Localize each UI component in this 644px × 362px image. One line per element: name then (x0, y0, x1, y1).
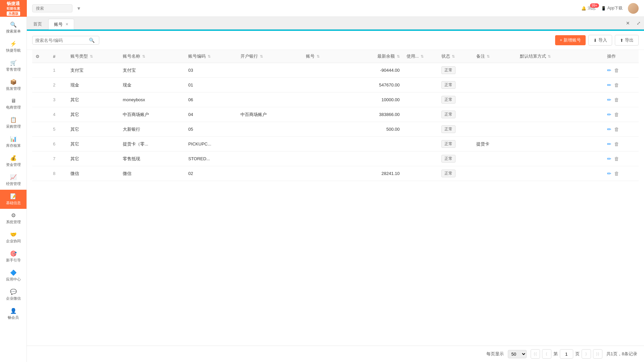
sidebar-item-ecommerce[interactable]: 🖥电商管理 (0, 95, 26, 113)
col-use-header[interactable]: 使用... ⇅ (403, 50, 438, 63)
sidebar-item-member[interactable]: 👤畅会员 (0, 304, 26, 323)
delete-icon[interactable]: 🗑 (614, 156, 619, 162)
cell-account (303, 122, 346, 137)
sidebar-item-basic[interactable]: 📝基础信息 (0, 190, 26, 209)
search-input[interactable] (35, 38, 89, 43)
next-page-button[interactable]: ⟩ (582, 349, 591, 359)
delete-icon[interactable]: 🗑 (614, 112, 619, 117)
edit-icon[interactable]: ✏ (607, 171, 611, 177)
user-avatar[interactable] (628, 3, 639, 14)
breadcrumb-search-input[interactable] (32, 4, 72, 12)
cell-name: 现金 (119, 78, 185, 93)
sidebar-item-shortcut[interactable]: ⚡快捷导航 (0, 37, 26, 56)
message-button[interactable]: 🔔 消息 99+ (581, 5, 596, 11)
edit-icon[interactable]: ✏ (607, 141, 611, 147)
prev-page-button[interactable]: ⟨ (542, 349, 551, 359)
cell-name: 零售抵现 (119, 152, 185, 166)
delete-icon[interactable]: 🗑 (614, 97, 619, 103)
cell-balance: -90444.00 (346, 63, 403, 78)
toolbar: 🔍 + 新增账号 ⬇ 导入 ⬆ 导出 (27, 31, 644, 50)
edit-icon[interactable]: ✏ (607, 156, 611, 162)
edit-icon[interactable]: ✏ (607, 82, 611, 88)
settings-icon: ⚙ (36, 54, 40, 59)
col-status-header[interactable]: 状态 ⇅ (438, 50, 473, 63)
sidebar-item-search[interactable]: 🔍搜索菜单 (0, 18, 26, 37)
delete-icon[interactable]: 🗑 (614, 141, 619, 147)
page-size-select[interactable]: 50 100 200 (508, 350, 527, 358)
member-icon: 👤 (10, 308, 17, 314)
col-code-header[interactable]: 账号编码 ⇅ (185, 50, 237, 63)
sidebar: 畅捷通 旺财生意 乐惠版 🔍搜索菜单⚡快捷导航🛒零售管理📦批发管理🖥电商管理📋采… (0, 0, 27, 362)
cell-name: 支付宝 (119, 63, 185, 78)
delete-icon[interactable]: 🗑 (614, 171, 619, 176)
cell-note (473, 122, 517, 137)
tab-close-icon[interactable]: ✕ (65, 22, 68, 26)
sidebar-item-wechat[interactable]: 💬企业微信 (0, 285, 26, 304)
sidebar-item-agreement[interactable]: 🤝企业协同 (0, 228, 26, 247)
cell-name: 中百商场账户 (119, 107, 185, 122)
sidebar-item-finance[interactable]: 💰资金管理 (0, 152, 26, 171)
delete-icon[interactable]: 🗑 (614, 82, 619, 88)
col-name-header[interactable]: 账号名称 ⇅ (119, 50, 185, 63)
maximize-window-button[interactable]: ⤢ (633, 18, 644, 28)
basic-icon: 📝 (10, 193, 17, 199)
col-note-header[interactable]: 备注 ⇅ (473, 50, 517, 63)
cell-note (473, 107, 517, 122)
sidebar-item-inventory[interactable]: 📊库存核算 (0, 132, 26, 152)
tab-account[interactable]: 账号 ✕ (48, 19, 74, 29)
cell-name: moneybosx (119, 93, 185, 107)
last-page-button[interactable]: ⟩⟩ (593, 349, 602, 359)
search-icon[interactable]: 🔍 (89, 38, 95, 43)
message-badge: 99+ (590, 3, 599, 8)
first-page-button[interactable]: ⟨⟨ (531, 349, 540, 359)
edit-icon[interactable]: ✏ (607, 112, 611, 118)
sidebar-item-retail[interactable]: 🛒零售管理 (0, 56, 26, 75)
tab-home[interactable]: 首页 (28, 18, 48, 29)
sidebar-item-operation[interactable]: 📈经营管理 (0, 171, 26, 190)
col-account-header[interactable]: 账号 ⇅ (303, 50, 346, 63)
page-number-input[interactable] (560, 349, 573, 359)
dropdown-arrow-icon[interactable]: ▼ (76, 6, 81, 11)
col-default-header[interactable]: 默认结算方式 ⇅ (517, 50, 604, 63)
cell-bank (237, 78, 303, 93)
export-button[interactable]: ⬆ 导出 (615, 35, 639, 46)
edit-icon[interactable]: ✏ (607, 126, 611, 132)
table-row: 4 其它 中百商场账户 04 中百商场账户 383866.00 正常 ✏ 🗑 (32, 107, 639, 122)
delete-icon[interactable]: 🗑 (614, 67, 619, 73)
cell-type: 其它 (67, 137, 119, 152)
col-bank-header[interactable]: 开户银行 ⇅ (237, 50, 303, 63)
col-balance-header[interactable]: 最新余额 ⇅ (346, 50, 403, 63)
cell-settings (32, 78, 50, 93)
sidebar-item-system[interactable]: ⚙系统管理 (0, 209, 26, 228)
cell-balance (346, 137, 403, 152)
export-label: 导出 (625, 37, 634, 43)
cell-code: STORED... (185, 152, 237, 166)
app-download-button[interactable]: 📱 App下载 (601, 5, 623, 11)
cell-account (303, 78, 346, 93)
table-row: 3 其它 moneybosx 06 10000.00 正常 ✏ 🗑 (32, 93, 639, 107)
sidebar-item-wholesale[interactable]: 📦批发管理 (0, 75, 26, 95)
wechat-icon: 💬 (10, 289, 17, 295)
sidebar-label-operation: 经营管理 (6, 181, 21, 186)
close-window-button[interactable]: ✕ (623, 18, 633, 28)
cell-settings (32, 93, 50, 107)
col-num-header: # (50, 50, 67, 63)
edit-icon[interactable]: ✏ (607, 97, 611, 103)
sidebar-label-basic: 基础信息 (6, 200, 21, 205)
sidebar-item-apps[interactable]: 🔷应用中心 (0, 266, 26, 285)
toolbar-left: 🔍 (32, 36, 99, 45)
cell-status: 正常 (438, 122, 473, 137)
delete-icon[interactable]: 🗑 (614, 126, 619, 132)
col-settings-header[interactable]: ⚙ (32, 50, 50, 63)
cell-status: 正常 (438, 137, 473, 152)
cell-balance: 28241.10 (346, 166, 403, 181)
sidebar-label-purchase: 采购管理 (6, 124, 21, 129)
col-type-header[interactable]: 账号类型 ⇅ (67, 50, 119, 63)
cell-num: 6 (50, 137, 67, 152)
cell-name: 微信 (119, 166, 185, 181)
sidebar-item-purchase[interactable]: 📋采购管理 (0, 113, 26, 132)
add-account-button[interactable]: + 新增账号 (555, 35, 586, 45)
sidebar-item-guide[interactable]: 🎯新手引导 (0, 247, 26, 266)
import-button[interactable]: ⬇ 导入 (588, 35, 612, 46)
edit-icon[interactable]: ✏ (607, 67, 611, 73)
